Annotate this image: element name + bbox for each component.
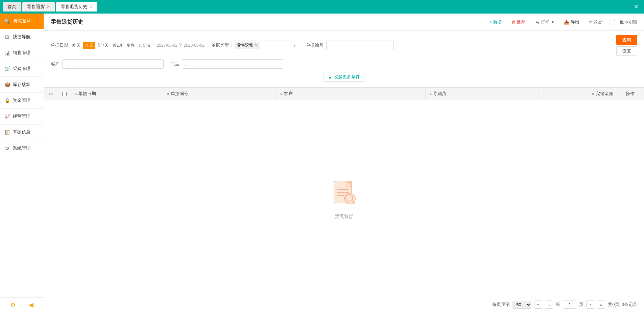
voucher-type-filter-item: 单据类型 零售退货 ✕ ▼ [211, 41, 299, 50]
show-detail-checkbox[interactable]: 显示明细 [614, 19, 637, 25]
date-7days-btn[interactable]: 近7天 [97, 42, 110, 49]
new-button[interactable]: + 新增 [486, 18, 504, 26]
voucher-type-remove-icon[interactable]: ✕ [255, 43, 258, 48]
customer-label: 客户 [51, 61, 59, 67]
refresh-button-label: 刷新 [594, 19, 603, 25]
sidebar: 🔍 搜索菜单 ⊞ 快捷导航 📊 销售管理 🛒 采购管理 📦 库存核算 🔒 资金管… [0, 14, 44, 312]
filter-row-2: 客户 商品 [51, 59, 637, 69]
settings-bottom-icon[interactable]: ⚙ [10, 301, 16, 309]
th-guide[interactable]: ⇅ 导购员 [426, 88, 539, 100]
tab-retail-return-history-close-icon[interactable]: ✕ [89, 4, 93, 9]
quick-nav-icon: ⊞ [4, 34, 10, 40]
sidebar-item-quick-nav[interactable]: ⊞ 快捷导航 [0, 29, 44, 45]
main-content: 零售退货历史 + 新增 🗑 删除 🖨 打印 ▼ 📤 导出 [44, 14, 644, 312]
sidebar-search[interactable]: 🔍 搜索菜单 [0, 14, 44, 29]
voucher-num-label: 单据编号 [306, 42, 324, 48]
show-detail-label: 显示明细 [620, 19, 637, 25]
system-icon: ⚙ [4, 145, 10, 151]
query-button[interactable]: 查询 [616, 35, 637, 45]
close-window-button[interactable]: ✕ [631, 3, 641, 10]
sidebar-item-finance[interactable]: 🔒 资金管理 [0, 93, 44, 109]
sidebar-bottom: ⚙ ◀ [0, 297, 44, 312]
top-tab-bar: 首页 零售退货 ✕ 零售退货历史 ✕ ✕ [0, 0, 644, 14]
total-info: 共0页, 0条记录 [608, 302, 637, 308]
collapse-filter-label: 收起更多条件 [334, 74, 360, 80]
voucher-type-select[interactable]: 零售退货 ✕ ▼ [232, 41, 299, 50]
page-label: 第 [556, 302, 560, 308]
collapse-sidebar-icon[interactable]: ◀ [29, 301, 33, 309]
settings-button[interactable]: 设置 [616, 46, 637, 56]
sidebar-search-label: 搜索菜单 [14, 18, 31, 24]
settings-col-icon: ⚙ [49, 91, 53, 96]
first-page-button[interactable]: « [534, 300, 542, 309]
show-detail-input[interactable] [614, 20, 618, 24]
table-body: 暂无数据 [44, 100, 644, 297]
action-buttons: 查询 设置 [616, 35, 637, 56]
th-amount-label: 实销金额 [596, 91, 613, 97]
customer-input[interactable] [62, 59, 164, 69]
date-range-display: 2023-06-02 至 2023-06-02 [157, 43, 204, 48]
th-date[interactable]: ⇅ 单据日期 [71, 88, 163, 100]
tab-retail-return[interactable]: 零售退货 ✕ [22, 2, 55, 12]
table-header: ⚙ ⇅ 单据日期 ⇅ 单据编号 ⇅ 客户 ⇅ [44, 87, 644, 100]
date-filter-label: 单据日期 [51, 42, 68, 48]
prev-page-button[interactable]: ‹ [545, 300, 553, 309]
sidebar-item-quick-nav-label: 快捷导航 [13, 34, 30, 40]
delete-button[interactable]: 🗑 删除 [508, 18, 528, 26]
sidebar-item-purchase[interactable]: 🛒 采购管理 [0, 61, 44, 77]
date-1month-btn[interactable]: 近1月 [111, 42, 124, 49]
empty-state: 暂无数据 [329, 178, 359, 220]
last-page-button[interactable]: » [597, 300, 605, 309]
th-checkbox[interactable] [58, 88, 71, 100]
sidebar-item-inventory-label: 库存核算 [13, 82, 30, 88]
basic-info-icon: 📋 [4, 129, 10, 135]
date-custom-btn[interactable]: 自定义 [138, 42, 152, 49]
sidebar-item-basic-info[interactable]: 📋 基础信息 [0, 125, 44, 140]
sidebar-item-inventory[interactable]: 📦 库存核算 [0, 77, 44, 93]
print-button[interactable]: 🖨 打印 ▼ [532, 18, 557, 26]
print-button-label: 打印 [541, 19, 550, 25]
next-page-button[interactable]: › [586, 300, 594, 309]
th-amount[interactable]: ⇅ 实销金额 [539, 88, 617, 100]
per-page-select[interactable]: 50 100 200 [512, 301, 531, 309]
voucher-type-label: 单据类型 [211, 42, 229, 48]
sort-amount-icon: ⇅ [592, 92, 594, 96]
date-today-btn[interactable]: 今天 [83, 42, 95, 49]
empty-document-icon [329, 178, 359, 208]
delete-icon: 🗑 [511, 20, 516, 25]
select-all-checkbox[interactable] [62, 92, 67, 96]
th-action: 操作 [617, 88, 644, 100]
print-icon: 🖨 [535, 20, 540, 25]
sidebar-item-system[interactable]: ⚙ 系统管理 [0, 140, 44, 156]
voucher-num-input[interactable] [326, 41, 394, 50]
tab-retail-return-history[interactable]: 零售退货历史 ✕ [56, 2, 97, 12]
delete-button-label: 删除 [517, 19, 526, 25]
th-number-label: 单据编号 [171, 91, 188, 97]
date-more-btn[interactable]: 更多 [125, 42, 136, 49]
date-filters: 昨天 今天 近7天 近1月 更多 自定义 [71, 42, 152, 49]
collapse-filter-button[interactable]: ▲ 收起更多条件 [324, 72, 364, 82]
sales-icon: 📊 [4, 50, 10, 56]
sidebar-item-sales[interactable]: 📊 销售管理 [0, 45, 44, 61]
page-unit: 页 [579, 302, 583, 308]
print-dropdown-icon: ▼ [551, 20, 554, 24]
tab-retail-return-close-icon[interactable]: ✕ [47, 4, 50, 9]
empty-text: 暂无数据 [335, 214, 354, 220]
refresh-button[interactable]: ↻ 刷新 [586, 18, 605, 26]
th-number[interactable]: ⇅ 单据编号 [163, 88, 277, 100]
sidebar-item-purchase-label: 采购管理 [13, 66, 30, 72]
th-settings[interactable]: ⚙ [44, 88, 58, 100]
tab-home[interactable]: 首页 [3, 2, 21, 12]
voucher-type-value: 零售退货 [237, 43, 253, 48]
goods-input[interactable] [182, 59, 283, 69]
refresh-icon: ↻ [589, 20, 593, 25]
th-customer-label: 客户 [284, 91, 293, 97]
date-yesterday-btn[interactable]: 昨天 [71, 42, 82, 49]
goods-filter-item: 商品 [170, 59, 283, 69]
sidebar-item-operations[interactable]: 📈 经营管理 [0, 109, 44, 125]
sidebar-item-basic-info-label: 基础信息 [13, 129, 30, 135]
page-input[interactable]: 1 [563, 300, 576, 309]
th-customer[interactable]: ⇅ 客户 [277, 88, 425, 100]
export-button[interactable]: 📤 导出 [561, 18, 582, 26]
search-icon: 🔍 [4, 18, 11, 25]
